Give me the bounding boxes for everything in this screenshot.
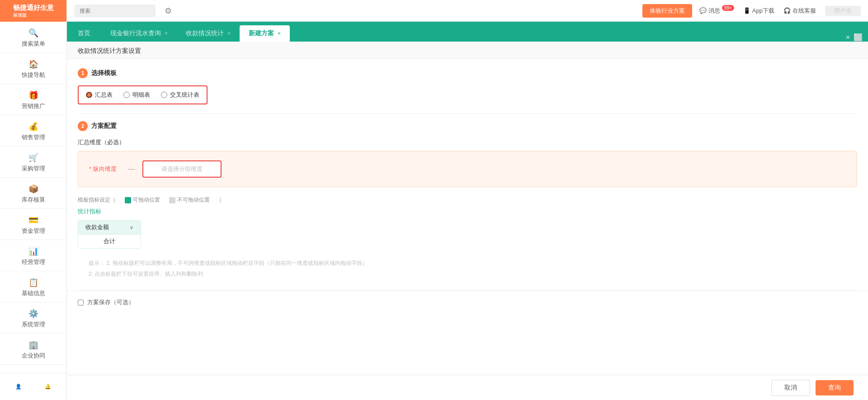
- capital-label: 资金管理: [22, 227, 45, 235]
- section1-title: 1 选择模板: [78, 68, 857, 78]
- indicator-settings-label: 模板指标设定（: [78, 196, 116, 204]
- marketing-label: 营销推广: [22, 102, 45, 110]
- enterprise-label: 企业协同: [22, 352, 45, 360]
- non-draggable-label: 不可拖动位置: [177, 196, 210, 204]
- save-option: 方案保存（可选）: [67, 291, 868, 314]
- sidebar: 畅捷通好生意 标准版 🔍搜索菜单🏠快捷导航🎁营销推广💰销售管理🛒采购管理📦库存核…: [0, 0, 67, 400]
- sidebar-item-inventory[interactable]: 📦库存核算: [0, 178, 66, 209]
- indicator-header: 模板指标设定（ 可拖动位置 不可拖动位置 ）: [78, 196, 857, 204]
- radio-cross-label: 交叉统计表: [170, 91, 199, 99]
- gear-button[interactable]: ⚙: [165, 6, 172, 16]
- non-draggable-indicator: 不可拖动位置: [169, 196, 210, 204]
- sidebar-footer-notify[interactable]: 🔔: [45, 384, 51, 390]
- quick-nav-icon: 🏠: [28, 59, 38, 69]
- logo-sub: 标准版: [13, 12, 54, 19]
- sidebar-item-marketing[interactable]: 🎁营销推广: [0, 84, 66, 115]
- inventory-icon: 📦: [28, 184, 38, 194]
- user-name: 用户名: [825, 6, 861, 16]
- operation-icon: 📊: [28, 246, 38, 256]
- tab-home[interactable]: 首页: [67, 25, 101, 42]
- radio-summary-input[interactable]: [86, 92, 92, 98]
- dim-title: 汇总维度（必选）: [78, 138, 857, 146]
- save-checkbox[interactable]: [78, 300, 84, 306]
- indicator-table-header[interactable]: 收款金额 ∨: [78, 221, 141, 235]
- sidebar-footer-user[interactable]: 👤: [15, 384, 22, 390]
- tip-line2: 2. 点击标题栏下拉可设置排序、插入列和删除列: [89, 268, 846, 279]
- section1-label: 选择模板: [91, 69, 117, 77]
- indicator-label: 统计指标: [78, 207, 857, 216]
- sidebar-item-system[interactable]: ⚙️系统管理: [0, 302, 66, 334]
- search-input[interactable]: [74, 5, 156, 17]
- system-icon: ⚙️: [28, 309, 38, 319]
- page-title: 收款情况统计方案设置: [78, 47, 141, 54]
- section2-title: 2 方案配置: [78, 121, 857, 131]
- message-icon: 💬: [699, 7, 707, 14]
- tab-label-bank-flow: 现金银行流水查询: [110, 29, 161, 38]
- sidebar-item-enterprise[interactable]: 🏢企业协同: [0, 334, 66, 365]
- app-download-label: App下载: [752, 7, 774, 15]
- page-content: 收款情况统计方案设置 1 选择模板 汇总表 明细表: [67, 42, 868, 375]
- draggable-badge: [125, 197, 131, 203]
- tab-label-home: 首页: [78, 29, 90, 38]
- footer-bar: 取消 查询: [67, 375, 868, 400]
- trial-button[interactable]: 体验行业方案: [642, 4, 692, 18]
- tab-bank-flow[interactable]: 现金银行流水查询×: [101, 25, 177, 42]
- dim-arrow: —: [128, 165, 135, 173]
- sidebar-item-capital[interactable]: 💳资金管理: [0, 209, 66, 240]
- dimension-area: * 纵向维度 — 请选择分组维度: [78, 151, 857, 187]
- radio-cross-input[interactable]: [161, 92, 167, 98]
- logo-text: 畅捷通好生意: [13, 4, 54, 12]
- base-info-icon: 📋: [28, 278, 38, 287]
- main-area: ⚙ 体验行业方案 💬 消息 99+ 📱 App下载 🎧 在线客服 用户名 首页现…: [67, 0, 868, 400]
- tab-close-bank-flow[interactable]: ×: [165, 30, 168, 37]
- tab-close-collection-stats[interactable]: ×: [227, 30, 231, 37]
- user-item[interactable]: 用户名: [825, 6, 861, 16]
- enterprise-icon: 🏢: [28, 340, 38, 350]
- section-template: 1 选择模板 汇总表 明细表 交叉统计表: [67, 59, 868, 104]
- chevron-down-icon: ∨: [130, 225, 133, 231]
- sidebar-item-quick-nav[interactable]: 🏠快捷导航: [0, 53, 66, 84]
- tab-new-plan[interactable]: 新建方案×: [240, 25, 290, 42]
- capital-icon: 💳: [28, 215, 38, 225]
- close-window-button[interactable]: ×: [846, 33, 850, 42]
- indicator-table: 收款金额 ∨ 合计: [78, 220, 141, 249]
- maximize-window-button[interactable]: ⬜: [854, 33, 863, 42]
- top-header: ⚙ 体验行业方案 💬 消息 99+ 📱 App下载 🎧 在线客服 用户名: [67, 0, 868, 22]
- query-button[interactable]: 查询: [816, 380, 854, 395]
- purchase-label: 采购管理: [22, 165, 45, 173]
- content-area: 收款情况统计方案设置 1 选择模板 汇总表 明细表: [67, 42, 868, 400]
- header-right: 💬 消息 99+ 📱 App下载 🎧 在线客服 用户名: [699, 6, 861, 16]
- tip-line1: 提示： 1. 拖动标题栏可以调整布局，不可跨维度或指标区域拖动栏目字段（只能在同…: [89, 258, 846, 268]
- search-menu-icon: 🔍: [28, 28, 38, 38]
- section-config: 2 方案配置 汇总维度（必选） * 纵向维度 — 请选择分组维度: [67, 121, 868, 279]
- dim-row: * 纵向维度 — 请选择分组维度: [89, 160, 846, 178]
- dim-selector[interactable]: 请选择分组维度: [142, 160, 222, 178]
- tab-close-new-plan[interactable]: ×: [278, 30, 281, 37]
- sidebar-footer: 👤 🔔: [0, 373, 66, 400]
- radio-detail[interactable]: 明细表: [123, 91, 150, 99]
- sidebar-item-sales[interactable]: 💰销售管理: [0, 115, 66, 146]
- sidebar-item-search-menu[interactable]: 🔍搜索菜单: [0, 22, 66, 53]
- tab-collection-stats[interactable]: 收款情况统计×: [177, 25, 240, 42]
- message-label: 消息: [708, 7, 720, 15]
- draggable-indicator: 可拖动位置: [125, 196, 160, 204]
- sidebar-item-base-info[interactable]: 📋基础信息: [0, 271, 66, 302]
- draggable-label: 可拖动位置: [133, 196, 160, 204]
- sidebar-item-purchase[interactable]: 🛒采购管理: [0, 146, 66, 178]
- radio-detail-input[interactable]: [123, 92, 130, 98]
- non-draggable-badge: [169, 197, 175, 203]
- radio-summary[interactable]: 汇总表: [86, 91, 113, 99]
- sidebar-item-operation[interactable]: 📊经营管理: [0, 240, 66, 271]
- sidebar-item-guide[interactable]: 📖新手引导: [0, 365, 66, 373]
- section1-num: 1: [78, 68, 88, 78]
- cancel-button[interactable]: 取消: [771, 380, 810, 396]
- sales-label: 销售管理: [22, 133, 45, 141]
- tips-area: 提示： 1. 拖动标题栏可以调整布局，不可跨维度或指标区域拖动栏目字段（只能在同…: [78, 258, 857, 279]
- search-menu-label: 搜索菜单: [22, 40, 45, 48]
- app-download-item[interactable]: 📱 App下载: [743, 7, 774, 15]
- radio-cross[interactable]: 交叉统计表: [161, 91, 199, 99]
- tabs-bar: 首页现金银行流水查询×收款情况统计×新建方案× × ⬜: [67, 22, 868, 42]
- message-item[interactable]: 💬 消息 99+: [699, 7, 734, 15]
- online-service-item[interactable]: 🎧 在线客服: [783, 7, 816, 15]
- message-badge: 99+: [722, 5, 734, 11]
